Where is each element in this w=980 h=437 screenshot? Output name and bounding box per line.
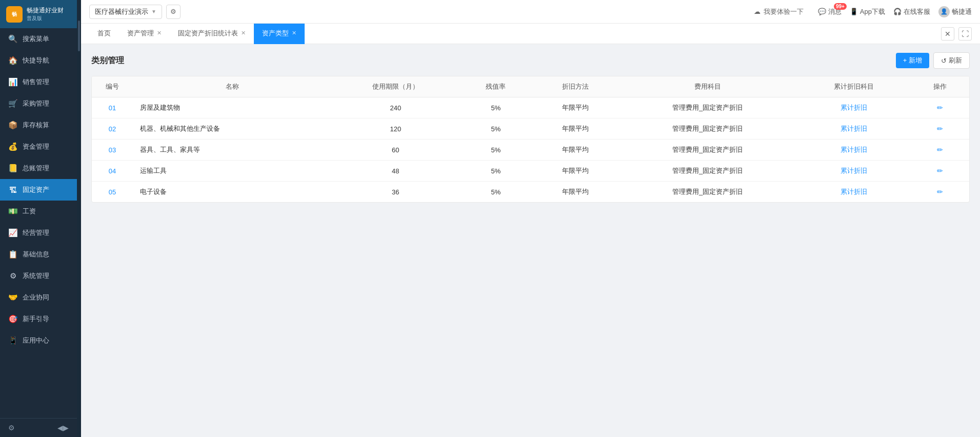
new-button[interactable]: + 新增 xyxy=(896,53,929,68)
cell-action: ✏ xyxy=(911,118,969,140)
page-actions: + 新增 ↺ 刷新 xyxy=(896,52,970,69)
sidebar-item-enterprise[interactable]: 🤝 企业协同 xyxy=(0,287,77,308)
module-label: 医疗器械行业演示 xyxy=(95,7,148,16)
cell-period: 36 xyxy=(331,182,459,203)
cell-accumulated: 累计折旧 xyxy=(796,182,911,203)
sales-icon: 📊 xyxy=(8,77,17,87)
table-row: 01 房屋及建筑物 240 5% 年限平均 管理费用_固定资产折旧 累计折旧 ✏ xyxy=(92,97,969,118)
support-icon: 🎧 xyxy=(893,8,902,15)
notifications-button[interactable]: 💬 消息 99+ xyxy=(818,7,842,16)
tabbar-right-actions: ✕ ⛶ xyxy=(941,27,972,41)
cell-period: 48 xyxy=(331,161,459,182)
app-logo-text: 畅捷通好业财 普及版 xyxy=(27,6,64,22)
cell-period: 60 xyxy=(331,140,459,161)
cell-expense: 管理费用_固定资产折旧 xyxy=(618,118,797,140)
sidebar-item-sales[interactable]: 📊 销售管理 xyxy=(0,71,77,93)
cell-action: ✏ xyxy=(911,97,969,118)
sidebar-item-system[interactable]: ⚙ 系统管理 xyxy=(0,265,77,287)
edit-icon[interactable]: ✏ xyxy=(937,188,943,196)
module-dropdown-icon: ▼ xyxy=(151,9,156,14)
cell-method: 年限平均 xyxy=(532,97,618,118)
experience-icon: ☁ xyxy=(754,8,761,15)
tab-asset-type-close[interactable]: ✕ xyxy=(292,30,296,36)
table-row: 03 器具、工具、家具等 60 5% 年限平均 管理费用_固定资产折旧 累计折旧… xyxy=(92,140,969,161)
module-selector[interactable]: 医疗器械行业演示 ▼ xyxy=(89,5,162,19)
tab-asset-management-close[interactable]: ✕ xyxy=(157,30,162,36)
tab-home-label: 首页 xyxy=(97,29,111,38)
refresh-button[interactable]: ↺ 刷新 xyxy=(933,52,970,69)
cell-accumulated: 累计折旧 xyxy=(796,97,911,118)
sidebar-item-guide[interactable]: 🎯 新手引导 xyxy=(0,308,77,330)
inventory-icon: 📦 xyxy=(8,121,17,130)
col-id: 编号 xyxy=(92,76,133,97)
sidebar-item-purchase[interactable]: 🛒 采购管理 xyxy=(0,93,77,114)
tab-depreciation-close[interactable]: ✕ xyxy=(241,30,246,36)
cell-accumulated: 累计折旧 xyxy=(796,161,911,182)
cell-id: 05 xyxy=(92,182,133,203)
edit-icon[interactable]: ✏ xyxy=(937,167,943,175)
basic-icon: 📋 xyxy=(8,250,17,259)
guide-icon: 🎯 xyxy=(8,314,17,324)
enterprise-icon: 🤝 xyxy=(8,293,17,302)
sidebar-item-ledger[interactable]: 📒 总账管理 xyxy=(0,157,77,179)
cell-accumulated: 累计折旧 xyxy=(796,118,911,140)
page-content: 类别管理 + 新增 ↺ 刷新 编号 名称 使用期限（月） 残值率 折旧方法 xyxy=(81,44,980,437)
notifications-badge: 99+ xyxy=(834,3,847,10)
sidebar-item-app[interactable]: 📱 应用中心 xyxy=(0,330,77,351)
cell-action: ✏ xyxy=(911,161,969,182)
tab-asset-type[interactable]: 资产类型 ✕ xyxy=(254,24,305,44)
cell-action: ✏ xyxy=(911,140,969,161)
settings-icon[interactable]: ⚙ xyxy=(8,424,15,432)
user-profile-button[interactable]: 👤 畅捷通 xyxy=(938,6,972,17)
table-header: 编号 名称 使用期限（月） 残值率 折旧方法 费用科目 累计折旧科目 操作 xyxy=(92,76,969,97)
finance-icon: 💰 xyxy=(8,142,17,151)
search-icon: 🔍 xyxy=(8,34,17,44)
app-download-button[interactable]: 📱 App下载 xyxy=(850,7,885,16)
cell-residual: 5% xyxy=(459,182,532,203)
sidebar-item-shortcut[interactable]: 🏠 快捷导航 xyxy=(0,50,77,71)
edit-icon[interactable]: ✏ xyxy=(937,146,943,154)
sidebar-scrollbar-area xyxy=(77,0,81,437)
col-residual: 残值率 xyxy=(459,76,532,97)
sidebar-scrollbar-track[interactable] xyxy=(78,21,80,51)
operation-icon: 📈 xyxy=(8,228,17,237)
sidebar-item-search[interactable]: 🔍 搜索菜单 xyxy=(0,28,77,50)
close-window-button[interactable]: ✕ xyxy=(941,27,954,41)
sidebar: 畅 畅捷通好业财 普及版 🔍 搜索菜单 🏠 快捷导航 📊 销售管理 🛒 采购管理… xyxy=(0,0,77,437)
topbar: 医疗器械行业演示 ▼ ⚙ ☁ 我要体验一下 💬 消息 99+ 📱 App下载 🎧… xyxy=(81,0,980,24)
module-settings-button[interactable]: ⚙ xyxy=(166,5,181,19)
app-icon: 📱 xyxy=(8,336,17,345)
cell-id: 02 xyxy=(92,118,133,140)
home-icon: 🏠 xyxy=(8,56,17,65)
table-row: 02 机器、机械和其他生产设备 120 5% 年限平均 管理费用_固定资产折旧 … xyxy=(92,118,969,140)
fixed-assets-icon: 🏗 xyxy=(8,186,17,194)
cell-expense: 管理费用_固定资产折旧 xyxy=(618,140,797,161)
bell-icon: 💬 xyxy=(818,8,826,15)
experience-button[interactable]: ☁ 我要体验一下 xyxy=(754,7,804,16)
sidebar-item-fixed-assets[interactable]: 🏗 固定资产 xyxy=(0,179,77,201)
tab-depreciation-label: 固定资产折旧统计表 xyxy=(178,29,238,38)
sidebar-item-inventory[interactable]: 📦 库存核算 xyxy=(0,114,77,136)
tab-home[interactable]: 首页 xyxy=(89,24,119,44)
sidebar-logo: 畅 畅捷通好业财 普及版 xyxy=(0,0,77,28)
online-support-button[interactable]: 🎧 在线客服 xyxy=(893,7,930,16)
collapse-icon[interactable]: ◀▶ xyxy=(57,424,69,432)
tab-depreciation-table[interactable]: 固定资产折旧统计表 ✕ xyxy=(170,24,254,44)
purchase-icon: 🛒 xyxy=(8,99,17,108)
system-icon: ⚙ xyxy=(8,271,17,281)
sidebar-item-salary[interactable]: 💵 工资 xyxy=(0,201,77,222)
cell-residual: 5% xyxy=(459,161,532,182)
cell-method: 年限平均 xyxy=(532,118,618,140)
sidebar-item-finance[interactable]: 💰 资金管理 xyxy=(0,136,77,157)
col-accumulated: 累计折旧科目 xyxy=(796,76,911,97)
edit-icon[interactable]: ✏ xyxy=(937,125,943,133)
sidebar-item-basic[interactable]: 📋 基础信息 xyxy=(0,244,77,265)
edit-icon[interactable]: ✏ xyxy=(937,104,943,112)
cell-name: 器具、工具、家具等 xyxy=(133,140,331,161)
tabbar: 首页 资产管理 ✕ 固定资产折旧统计表 ✕ 资产类型 ✕ ✕ ⛶ xyxy=(81,24,980,44)
maximize-window-button[interactable]: ⛶ xyxy=(958,27,972,41)
sidebar-item-operation[interactable]: 📈 经营管理 xyxy=(0,222,77,244)
tab-asset-management[interactable]: 资产管理 ✕ xyxy=(119,24,170,44)
cell-accumulated: 累计折旧 xyxy=(796,140,911,161)
cell-id: 01 xyxy=(92,97,133,118)
